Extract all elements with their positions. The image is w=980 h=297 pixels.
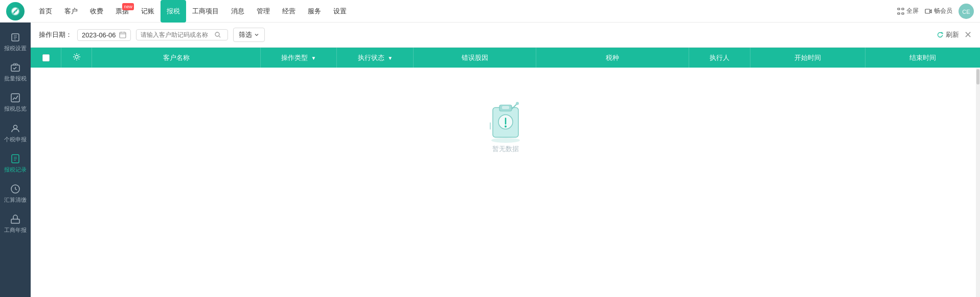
nav-settings[interactable]: 设置 xyxy=(327,0,353,23)
fullscreen-label: 全屏 xyxy=(906,7,919,15)
nav-customer[interactable]: 客户 xyxy=(58,0,84,23)
svg-rect-13 xyxy=(11,219,19,223)
member-label: 畅会员 xyxy=(934,7,952,15)
th-check[interactable] xyxy=(31,48,61,68)
tax-records-icon xyxy=(10,153,21,164)
sidebar: 报税设置 批量报税 报税总览 xyxy=(0,23,31,297)
avatar-icon: CE xyxy=(959,4,974,19)
sidebar-item-personal-tax[interactable]: 个税申报 xyxy=(0,118,31,148)
date-picker[interactable]: 2023-06-06 xyxy=(77,29,131,41)
sidebar-item-tax-records[interactable]: 报税记录 xyxy=(0,148,31,178)
nav-bookkeeping[interactable]: 记账 xyxy=(135,0,161,23)
calendar-icon xyxy=(119,31,126,38)
settlement-label: 汇算清缴 xyxy=(4,197,27,203)
search-input[interactable] xyxy=(141,31,212,38)
th-executor: 执行人 xyxy=(689,48,750,68)
svg-rect-9 xyxy=(11,94,19,102)
svg-rect-0 xyxy=(898,8,900,10)
filter-button[interactable]: 筛选 xyxy=(233,28,265,42)
th-customer-name: 客户名称 xyxy=(92,48,260,68)
app-logo[interactable] xyxy=(6,2,25,20)
sidebar-item-annual-report[interactable]: 工商年报 xyxy=(0,208,31,239)
filter-status-icon: ▼ xyxy=(388,55,393,61)
right-tools: 全屏 畅会员 CE xyxy=(897,4,974,19)
th-start-time: 开始时间 xyxy=(750,48,865,68)
nav-business[interactable]: 工商项目 xyxy=(186,0,225,23)
svg-rect-14 xyxy=(120,32,126,38)
sidebar-item-batch-tax[interactable]: 批量报税 xyxy=(0,57,31,87)
svg-point-25 xyxy=(505,125,507,128)
empty-illustration xyxy=(483,98,529,144)
svg-point-10 xyxy=(14,125,17,129)
nav-invoice[interactable]: 票据 new xyxy=(109,0,135,23)
scroll-thumb[interactable] xyxy=(976,69,979,84)
tax-records-label: 报税记录 xyxy=(4,166,27,173)
member-button[interactable]: 畅会员 xyxy=(925,7,952,15)
tax-settings-label: 报税设置 xyxy=(4,45,27,52)
gear-icon xyxy=(73,53,81,61)
nav-home[interactable]: 首页 xyxy=(33,0,58,23)
personal-tax-icon xyxy=(10,123,21,134)
chevron-down-icon xyxy=(254,32,259,37)
svg-point-16 xyxy=(75,55,78,58)
new-badge: new xyxy=(122,3,134,10)
svg-rect-2 xyxy=(898,13,900,14)
content-area: 操作日期： 2023-06-06 筛选 xyxy=(31,23,980,297)
toolbar: 操作日期： 2023-06-06 筛选 xyxy=(31,23,980,48)
header-checkbox[interactable] xyxy=(42,54,50,61)
main-layout: 报税设置 批量报税 报税总览 xyxy=(0,23,980,297)
sidebar-item-tax-overview[interactable]: 报税总览 xyxy=(0,87,31,117)
date-value: 2023-06-06 xyxy=(82,31,116,39)
sidebar-item-tax-settings[interactable]: 报税设置 xyxy=(0,27,31,57)
filter-optype-icon: ▼ xyxy=(311,55,316,61)
table-body: 暂无数据 xyxy=(31,68,980,174)
svg-point-27 xyxy=(516,102,519,105)
fullscreen-icon xyxy=(897,8,904,15)
scroll-indicator xyxy=(976,68,980,297)
nav-operation[interactable]: 经营 xyxy=(276,0,302,23)
empty-state: 暂无数据 xyxy=(31,68,980,174)
table-container: 客户名称 操作类型 ▼ 执行状态 ▼ 错误股因 税种 执行人 开始时间 xyxy=(31,48,980,297)
annual-report-icon xyxy=(10,214,21,225)
settlement-icon xyxy=(10,183,21,195)
nav-billing[interactable]: 收费 xyxy=(84,0,109,23)
filter-label: 筛选 xyxy=(239,30,252,39)
table-header: 客户名称 操作类型 ▼ 执行状态 ▼ 错误股因 税种 执行人 开始时间 xyxy=(31,48,980,68)
personal-tax-label: 个税申报 xyxy=(4,136,27,143)
th-error: 错误股因 xyxy=(414,48,536,68)
sidebar-item-settlement[interactable]: 汇算清缴 xyxy=(0,178,31,208)
nav-items: 首页 客户 收费 票据 new 记账 报税 工商项目 消息 管理 经营 服务 设… xyxy=(33,0,897,23)
top-nav: 首页 客户 收费 票据 new 记账 报税 工商项目 消息 管理 经营 服务 设… xyxy=(0,0,980,23)
nav-manage[interactable]: 管理 xyxy=(250,0,276,23)
svg-point-15 xyxy=(215,32,219,36)
tax-overview-icon xyxy=(10,92,21,103)
nav-tax[interactable]: 报税 xyxy=(161,0,186,23)
th-exec-status[interactable]: 执行状态 ▼ xyxy=(337,48,414,68)
nav-message[interactable]: 消息 xyxy=(225,0,250,23)
svg-point-17 xyxy=(491,138,520,143)
svg-rect-4 xyxy=(925,9,930,13)
user-avatar[interactable]: CE xyxy=(959,4,974,19)
refresh-label: 刷新 xyxy=(946,30,959,39)
batch-tax-icon xyxy=(10,62,21,73)
annual-report-label: 工商年报 xyxy=(4,227,27,234)
th-op-type[interactable]: 操作类型 ▼ xyxy=(260,48,337,68)
empty-row: 暂无数据 xyxy=(31,68,980,174)
close-button[interactable]: ✕ xyxy=(964,30,972,39)
fullscreen-button[interactable]: 全屏 xyxy=(897,7,919,15)
search-icon xyxy=(214,31,221,38)
video-icon xyxy=(925,8,932,15)
svg-rect-21 xyxy=(502,106,509,109)
data-table: 客户名称 操作类型 ▼ 执行状态 ▼ 错误股因 税种 执行人 开始时间 xyxy=(31,48,980,174)
tax-overview-label: 报税总览 xyxy=(4,105,27,112)
svg-rect-1 xyxy=(902,8,904,10)
search-wrap[interactable] xyxy=(136,29,228,40)
th-end-time: 结束时间 xyxy=(865,48,980,68)
svg-text:CE: CE xyxy=(962,9,970,15)
batch-tax-label: 批量报税 xyxy=(4,75,27,82)
refresh-button[interactable]: 刷新 xyxy=(937,30,959,39)
date-label: 操作日期： xyxy=(39,30,72,39)
th-gear[interactable] xyxy=(61,48,92,68)
tax-settings-icon xyxy=(10,32,21,43)
nav-service[interactable]: 服务 xyxy=(302,0,327,23)
